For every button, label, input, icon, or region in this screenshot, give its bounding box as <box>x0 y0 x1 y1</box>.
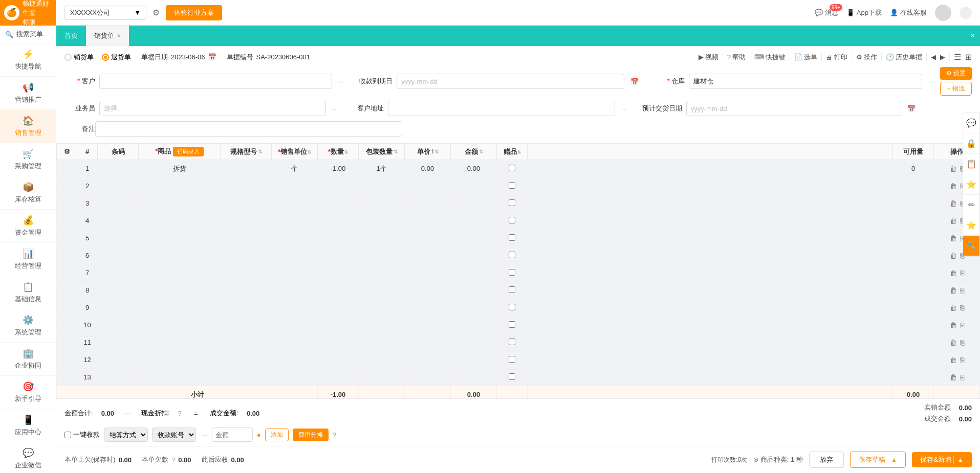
history-btn[interactable]: 🕐 历史单据 <box>886 53 922 62</box>
row-spec[interactable] <box>221 282 272 299</box>
row-price[interactable] <box>405 299 451 317</box>
row-barcode[interactable] <box>98 369 139 386</box>
delete-icon[interactable]: 🗑 <box>950 165 957 173</box>
row-amount[interactable] <box>451 317 497 334</box>
calendar-icon[interactable]: 📅 <box>208 53 216 61</box>
row-amount[interactable] <box>451 212 497 230</box>
scan-button[interactable]: 扫码录入 <box>173 147 204 156</box>
account-more-icon[interactable]: ··· <box>202 431 208 439</box>
amount-input[interactable] <box>212 427 253 442</box>
delete-icon[interactable]: 🗑 <box>950 217 957 225</box>
shortcut-btn[interactable]: ⌨ 快捷键 <box>754 53 786 62</box>
salesperson-input[interactable]: 选择... <box>99 101 326 116</box>
row-spec[interactable] <box>221 160 272 177</box>
customer-input[interactable] <box>99 74 332 89</box>
row-gift[interactable] <box>497 334 528 351</box>
sidebar-item-inventory[interactable]: 📦 库存核算 <box>0 176 56 210</box>
online-service-btn[interactable]: 👤 在线客服 <box>890 8 927 17</box>
delete-icon[interactable]: 🗑 <box>950 269 957 277</box>
row-desc[interactable] <box>528 230 893 247</box>
row-barcode[interactable] <box>98 230 139 247</box>
account-select[interactable]: 收款账号 <box>152 427 196 442</box>
row-product[interactable] <box>139 247 221 264</box>
row-price[interactable] <box>405 317 451 334</box>
row-product[interactable] <box>139 351 221 369</box>
delete-icon[interactable]: 🗑 <box>950 304 957 312</box>
row-amount[interactable] <box>451 282 497 299</box>
row-qty[interactable] <box>318 299 359 317</box>
row-qty[interactable]: -1.00 <box>318 160 359 177</box>
row-product[interactable] <box>139 334 221 351</box>
copy-icon[interactable]: ⎘ <box>960 286 964 295</box>
copy-icon[interactable]: ⎘ <box>960 304 964 312</box>
float-icon-2[interactable]: 🔒 <box>963 133 979 154</box>
row-amount[interactable] <box>451 247 497 264</box>
row-gift[interactable] <box>497 299 528 317</box>
row-gift[interactable] <box>497 317 528 334</box>
row-desc[interactable] <box>528 299 893 317</box>
video-btn[interactable]: ▶ 视频 <box>699 53 718 62</box>
row-qty[interactable] <box>318 334 359 351</box>
gift-checkbox[interactable] <box>509 217 515 223</box>
row-gift[interactable] <box>497 160 528 177</box>
copy-icon[interactable]: ⎘ <box>960 269 964 277</box>
row-pkg-qty[interactable] <box>359 317 405 334</box>
row-amount[interactable] <box>451 177 497 195</box>
save-new-button[interactable]: 保存&新增 ▲ <box>912 452 972 467</box>
delete-icon[interactable]: 🗑 <box>950 182 957 190</box>
radio-sales[interactable]: 销货单 <box>64 53 94 62</box>
expense-help-icon[interactable]: ? <box>333 431 336 439</box>
row-amount[interactable] <box>451 230 497 247</box>
row-barcode[interactable] <box>98 334 139 351</box>
row-pkg-qty[interactable] <box>359 212 405 230</box>
delete-icon[interactable]: 🗑 <box>950 252 957 260</box>
user-avatar[interactable] <box>935 5 951 21</box>
row-amount[interactable] <box>451 264 497 282</box>
discard-button[interactable]: 放弃 <box>809 452 844 468</box>
row-amount[interactable] <box>451 299 497 317</box>
remark-input[interactable] <box>95 121 402 137</box>
row-price[interactable] <box>405 195 451 212</box>
row-price[interactable] <box>405 351 451 369</box>
row-pkg-qty[interactable] <box>359 247 405 264</box>
copy-icon[interactable]: ⎘ <box>960 373 964 381</box>
float-icon-1[interactable]: 💬 <box>963 113 979 133</box>
row-unit[interactable] <box>272 351 318 369</box>
row-product[interactable] <box>139 195 221 212</box>
row-amount[interactable] <box>451 195 497 212</box>
gift-checkbox[interactable] <box>509 339 515 345</box>
address-more-icon[interactable]: ··· <box>621 105 627 112</box>
row-qty[interactable] <box>318 230 359 247</box>
row-qty[interactable] <box>318 195 359 212</box>
row-barcode[interactable] <box>98 160 139 177</box>
row-product[interactable] <box>139 369 221 386</box>
sidebar-item-basic[interactable]: 📋 基础信息 <box>0 276 56 309</box>
sidebar-item-purchase[interactable]: 🛒 采购管理 <box>0 143 56 176</box>
row-barcode[interactable] <box>98 299 139 317</box>
due-date-input[interactable]: yyyy-mm-dd <box>397 74 624 89</box>
row-barcode[interactable] <box>98 264 139 282</box>
select-btn[interactable]: 📄 选单 <box>794 53 817 62</box>
one-click-pay-check[interactable] <box>64 432 71 438</box>
row-product[interactable] <box>139 299 221 317</box>
view-list-icon[interactable]: ☰ <box>954 52 961 62</box>
company-selector[interactable]: XXXXXX公司 ▼ <box>64 6 146 20</box>
sidebar-item-finance[interactable]: 💰 资金管理 <box>0 210 56 243</box>
row-desc[interactable] <box>528 160 893 177</box>
row-spec[interactable] <box>221 264 272 282</box>
row-pkg-qty[interactable]: 1个 <box>359 160 405 177</box>
row-pkg-qty[interactable] <box>359 282 405 299</box>
date-value[interactable]: 2023-06-06 <box>171 53 205 61</box>
delete-icon[interactable]: 🗑 <box>950 373 957 381</box>
row-price[interactable] <box>405 264 451 282</box>
gift-checkbox[interactable] <box>509 234 515 241</box>
row-spec[interactable] <box>221 317 272 334</box>
row-unit[interactable] <box>272 177 318 195</box>
row-qty[interactable] <box>318 369 359 386</box>
row-price[interactable] <box>405 247 451 264</box>
row-unit[interactable] <box>272 212 318 230</box>
float-icon-6[interactable]: ⭐ <box>963 215 979 236</box>
row-unit[interactable] <box>272 334 318 351</box>
sidebar-item-app[interactable]: 📱 应用中心 <box>0 409 56 442</box>
row-gift[interactable] <box>497 230 528 247</box>
